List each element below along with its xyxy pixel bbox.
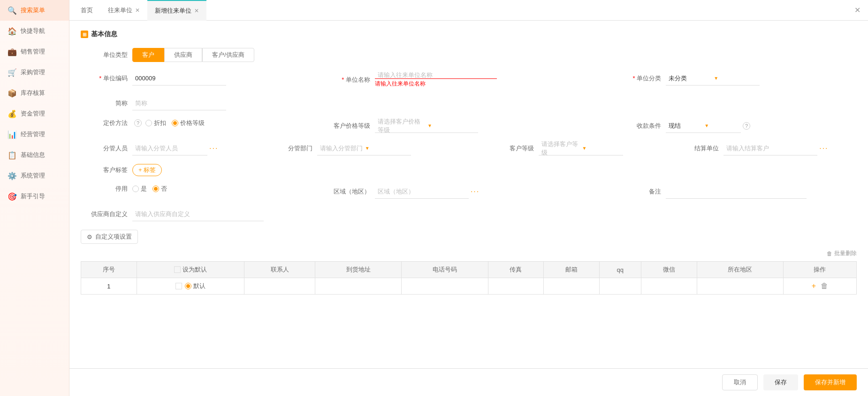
- customer-price-level-placeholder: 请选择客户价格等级: [378, 117, 426, 134]
- radio-discount-label: 折扣: [154, 119, 166, 127]
- tab-home-label: 首页: [81, 6, 93, 15]
- payment-terms-select[interactable]: 现结 ▼: [666, 119, 741, 133]
- disabled-radio-no[interactable]: 否: [152, 185, 167, 193]
- settlement-unit-label: 结算单位: [672, 144, 723, 153]
- field-payment-terms: 收款条件 现结 ▼ ?: [614, 119, 857, 133]
- tab-home[interactable]: 首页: [73, 0, 100, 21]
- department-label: 分管部门: [266, 144, 317, 153]
- unit-type-customer[interactable]: 客户: [132, 48, 164, 62]
- sidebar-item-inventory[interactable]: 📦 库存核算: [0, 83, 69, 103]
- sales-icon: 💼: [8, 47, 17, 56]
- row-add-button[interactable]: +: [810, 282, 817, 290]
- pricing-radio-discount[interactable]: 折扣: [145, 119, 166, 127]
- row-delete-button[interactable]: 🗑: [819, 282, 830, 290]
- col-phone: 电话号码: [402, 262, 488, 278]
- save-new-button[interactable]: 保存并新增: [804, 374, 857, 390]
- manager-label: 分管人员: [81, 144, 132, 153]
- disabled-radio-yes[interactable]: 是: [132, 185, 147, 193]
- row-checkbox[interactable]: [175, 283, 182, 289]
- row-address: [315, 278, 402, 295]
- tab-partners[interactable]: 往来单位 ✕: [100, 0, 147, 21]
- settlement-unit-input[interactable]: [723, 141, 817, 155]
- department-select[interactable]: 请输入分管部门 ▼: [317, 141, 411, 155]
- row-phone: [402, 278, 488, 295]
- pricing-radio-level[interactable]: 价格等级: [172, 119, 205, 127]
- department-chevron: ▼: [365, 146, 408, 151]
- sidebar: 🔍 搜索菜单 🏠 快捷导航 💼 销售管理 🛒 采购管理 📦 库存核算 💰 资金管…: [0, 0, 69, 396]
- unit-name-input[interactable]: [375, 71, 497, 79]
- sidebar-item-label: 采购管理: [21, 68, 45, 77]
- unit-type-row: 单位类型 客户 供应商 客户/供应商: [81, 48, 857, 62]
- form-row-tag: 客户标签 + 标签: [81, 164, 857, 176]
- tab-new-partner[interactable]: 新增往来单位 ✕: [147, 0, 206, 21]
- sidebar-item-label: 基础信息: [21, 151, 45, 159]
- payment-terms-help-icon[interactable]: ?: [743, 122, 750, 130]
- sidebar-item-sales[interactable]: 💼 销售管理: [0, 41, 69, 62]
- sidebar-item-shortcut[interactable]: 🏠 快捷导航: [0, 21, 69, 41]
- row-index: 1: [81, 278, 137, 295]
- customer-price-level-select[interactable]: 请选择客户价格等级 ▼: [375, 119, 478, 133]
- region-input[interactable]: [375, 185, 469, 199]
- unit-name-error: 请输入往来单位名称: [375, 80, 614, 88]
- customer-level-select[interactable]: 请选择客户等级 ▼: [539, 141, 623, 155]
- custom-settings-button[interactable]: ⚙ 自定义项设置: [81, 230, 138, 244]
- col-address: 到货地址: [315, 262, 402, 278]
- region-more-icon[interactable]: ···: [469, 187, 481, 196]
- abbr-input[interactable]: [132, 96, 226, 110]
- form-row-disabled: 停用 是 否 区域（地区） ··· 备注: [81, 185, 857, 199]
- unit-code-input[interactable]: [132, 71, 226, 85]
- select-all-checkbox[interactable]: [174, 266, 181, 273]
- operations-icon: 📊: [8, 130, 17, 139]
- footer: 取消 保存 保存并新增: [69, 368, 868, 396]
- unit-type-both[interactable]: 客户/供应商: [202, 48, 254, 62]
- field-region: 区域（地区） ···: [323, 185, 614, 199]
- sidebar-item-label: 资金管理: [21, 109, 45, 118]
- sidebar-item-purchase[interactable]: 🛒 采购管理: [0, 62, 69, 83]
- customer-price-level-chevron: ▼: [427, 123, 475, 128]
- tab-partners-close[interactable]: ✕: [135, 7, 140, 14]
- field-disabled: 停用 是 否: [81, 185, 323, 193]
- pricing-help-icon[interactable]: ?: [134, 119, 142, 127]
- region-label: 区域（地区）: [323, 187, 375, 196]
- radio-discount-circle: [145, 120, 152, 126]
- form-row-1: 单位编码 单位名称 请输入往来单位名称 单位分类 未分类 ▼: [81, 71, 857, 88]
- row-qq: [599, 278, 641, 295]
- tab-new-partner-close[interactable]: ✕: [194, 8, 199, 14]
- sidebar-item-guide[interactable]: 🎯 新手引导: [0, 186, 69, 207]
- sidebar-item-finance[interactable]: 💰 资金管理: [0, 103, 69, 124]
- note-input[interactable]: [666, 185, 807, 199]
- unit-category-select[interactable]: 未分类 ▼: [666, 71, 760, 85]
- row-default: 默认: [137, 278, 244, 295]
- supplier-custom-input[interactable]: [132, 207, 264, 221]
- row-fax: [488, 278, 544, 295]
- save-button[interactable]: 保存: [763, 374, 798, 390]
- sidebar-item-label: 新手引导: [21, 192, 45, 201]
- cancel-button[interactable]: 取消: [722, 374, 758, 390]
- unit-type-supplier[interactable]: 供应商: [164, 48, 202, 62]
- sidebar-item-label: 系统管理: [21, 171, 45, 180]
- customer-level-chevron: ▼: [582, 146, 620, 151]
- row-location: [697, 278, 783, 295]
- row-default-radio[interactable]: 默认: [185, 282, 206, 290]
- section-title: ⊞ 基本信息: [81, 30, 857, 39]
- sidebar-item-operations[interactable]: 📊 经营管理: [0, 124, 69, 145]
- unit-code-label: 单位编码: [81, 74, 132, 83]
- form-row-pricing: 定价方法 ? 折扣 价格等级 客户价格等级 请选择客户价格等级: [81, 119, 857, 133]
- close-all-tabs[interactable]: ✕: [851, 6, 864, 15]
- manager-input[interactable]: [132, 141, 207, 155]
- manager-more-icon[interactable]: ···: [207, 144, 220, 153]
- finance-icon: 💰: [8, 109, 17, 118]
- row-wechat: [641, 278, 697, 295]
- radio-no-circle: [152, 186, 159, 192]
- batch-delete-label: 批量删除: [834, 249, 857, 257]
- field-customer-level: 客户等级 请选择客户等级 ▼: [487, 141, 672, 155]
- sidebar-item-search[interactable]: 🔍 搜索菜单: [0, 0, 69, 21]
- sidebar-item-basic[interactable]: 📋 基础信息: [0, 145, 69, 165]
- add-tag-button[interactable]: + 标签: [132, 164, 162, 176]
- settlement-unit-more-icon[interactable]: ···: [817, 144, 830, 153]
- col-location: 所在地区: [697, 262, 783, 278]
- search-icon: 🔍: [8, 6, 17, 15]
- batch-delete-button[interactable]: 🗑 批量删除: [827, 249, 857, 257]
- field-manager: 分管人员 ···: [81, 141, 266, 155]
- sidebar-item-system[interactable]: ⚙️ 系统管理: [0, 165, 69, 186]
